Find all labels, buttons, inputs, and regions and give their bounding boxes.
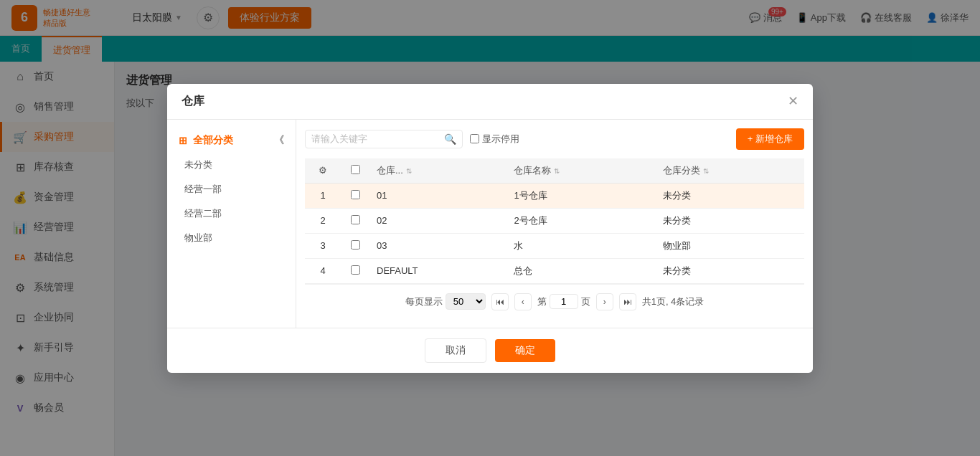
row-code: DEFAULT <box>369 258 507 283</box>
table-row[interactable]: 1 01 1号仓库 未分类 <box>305 183 804 208</box>
row-index: 4 <box>305 258 341 283</box>
confirm-button[interactable]: 确定 <box>495 339 555 362</box>
row-index: 2 <box>305 208 341 233</box>
sort-icon-category: ⇅ <box>703 167 709 175</box>
category-item-ops1[interactable]: 经营一部 <box>167 177 296 201</box>
prev-page-button[interactable]: ‹ <box>514 293 532 310</box>
dialog-header: 仓库 ✕ <box>167 84 813 120</box>
row-checkbox[interactable] <box>351 190 360 199</box>
row-code: 01 <box>369 183 507 208</box>
close-icon[interactable]: ✕ <box>788 95 798 108</box>
th-settings: ⚙ <box>305 158 341 184</box>
page-label: 第 <box>537 295 547 308</box>
table-row[interactable]: 2 02 2号仓库 未分类 <box>305 208 804 233</box>
row-index: 3 <box>305 233 341 258</box>
new-warehouse-button[interactable]: + 新增仓库 <box>736 128 804 150</box>
row-category: 物业部 <box>656 233 804 258</box>
row-name: 2号仓库 <box>507 208 655 233</box>
show-disabled-label: 显示停用 <box>482 133 519 146</box>
row-checkbox-cell[interactable] <box>341 258 369 283</box>
per-page-dropdown[interactable]: 50 10 20 100 <box>446 293 486 310</box>
row-category: 未分类 <box>656 258 804 283</box>
settings-icon: ⚙ <box>319 165 327 176</box>
page-size-select[interactable]: 每页显示 50 10 20 100 <box>405 293 486 310</box>
table-header-row: ⚙ 仓库...⇅ 仓库名称⇅ 仓库分类⇅ <box>305 158 804 184</box>
page-unit: 页 <box>581 295 590 308</box>
dialog-title: 仓库 <box>182 94 204 109</box>
category-all-label: 全部分类 <box>193 134 233 147</box>
table-row[interactable]: 4 DEFAULT 总仓 未分类 <box>305 258 804 283</box>
search-input-wrap[interactable]: 🔍 <box>305 130 463 148</box>
row-checkbox[interactable] <box>351 265 360 275</box>
row-category: 未分类 <box>656 208 804 233</box>
row-code: 02 <box>369 208 507 233</box>
first-page-button[interactable]: ⏮ <box>491 293 509 310</box>
row-checkbox-cell[interactable] <box>341 183 369 208</box>
sort-icon-name: ⇅ <box>554 167 560 175</box>
row-checkbox[interactable] <box>351 240 360 250</box>
dialog-footer: 取消 确定 <box>167 328 813 373</box>
sort-icon: ⇅ <box>406 167 412 175</box>
category-item-property[interactable]: 物业部 <box>167 226 296 250</box>
pagination: 每页显示 50 10 20 100 ⏮ ‹ 第 页 <box>305 284 804 319</box>
search-input[interactable] <box>311 133 444 144</box>
row-checkbox-cell[interactable] <box>341 208 369 233</box>
next-page-button[interactable]: › <box>596 293 613 310</box>
row-checkbox-cell[interactable] <box>341 233 369 258</box>
row-name: 总仓 <box>507 258 655 283</box>
cancel-button[interactable]: 取消 <box>425 338 486 363</box>
warehouse-dialog: 仓库 ✕ ⊞ 全部分类 《 未分类 经营一部 经营二部 物业部 <box>167 84 813 373</box>
row-name: 水 <box>507 233 655 258</box>
table-row[interactable]: 3 03 水 物业部 <box>305 233 804 258</box>
th-code: 仓库...⇅ <box>369 158 507 184</box>
warehouse-table: ⚙ 仓库...⇅ 仓库名称⇅ 仓库分类⇅ 1 01 <box>305 158 804 284</box>
search-icon: 🔍 <box>444 133 456 145</box>
category-panel: ⊞ 全部分类 《 未分类 经营一部 经营二部 物业部 <box>167 120 296 328</box>
grid-icon: ⊞ <box>179 135 187 146</box>
row-name: 1号仓库 <box>507 183 655 208</box>
modal-overlay[interactable]: 仓库 ✕ ⊞ 全部分类 《 未分类 经营一部 经营二部 物业部 <box>0 0 980 456</box>
th-checkbox <box>341 158 369 184</box>
show-disabled-toggle[interactable]: 显示停用 <box>470 133 519 146</box>
th-category: 仓库分类⇅ <box>656 158 804 184</box>
row-code: 03 <box>369 233 507 258</box>
row-checkbox[interactable] <box>351 215 360 224</box>
row-index: 1 <box>305 183 341 208</box>
category-item-ops2[interactable]: 经营二部 <box>167 201 296 226</box>
category-item-unclassified[interactable]: 未分类 <box>167 153 296 177</box>
total-records: 共1页, 4条记录 <box>642 295 705 308</box>
page-number-input[interactable] <box>550 294 578 309</box>
last-page-button[interactable]: ⏭ <box>619 293 636 310</box>
collapse-icon[interactable]: 《 <box>274 134 284 147</box>
table-wrapper: ⚙ 仓库...⇅ 仓库名称⇅ 仓库分类⇅ 1 01 <box>305 158 804 284</box>
select-all-checkbox[interactable] <box>351 165 360 174</box>
table-toolbar: 🔍 显示停用 + 新增仓库 <box>305 128 804 150</box>
show-disabled-checkbox[interactable] <box>470 134 479 143</box>
per-page-label: 每页显示 <box>405 295 443 308</box>
dialog-body: ⊞ 全部分类 《 未分类 经营一部 经营二部 物业部 🔍 <box>167 120 813 328</box>
row-category: 未分类 <box>656 183 804 208</box>
table-panel: 🔍 显示停用 + 新增仓库 ⚙ <box>296 120 813 328</box>
th-name: 仓库名称⇅ <box>507 158 655 184</box>
page-input: 第 页 <box>537 294 590 309</box>
category-all[interactable]: ⊞ 全部分类 《 <box>167 128 296 153</box>
